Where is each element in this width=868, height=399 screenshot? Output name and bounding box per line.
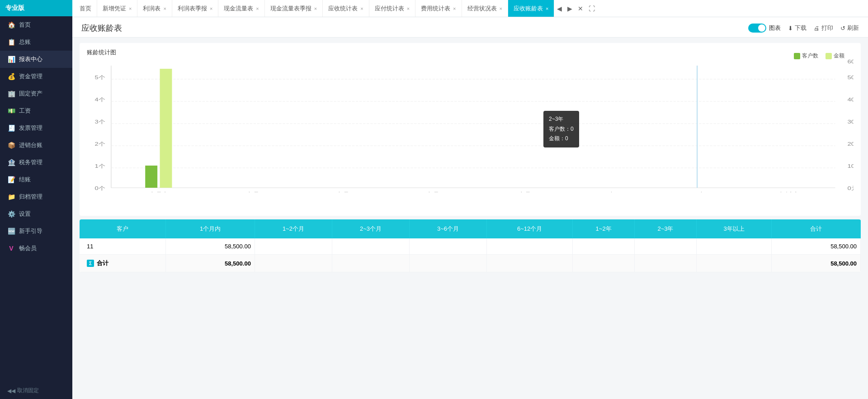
tab-expense-close[interactable]: × [453,6,456,11]
tab-expense[interactable]: 费用统计表 × [415,0,462,17]
svg-text:3个: 3个 [94,119,105,125]
tab-profit-q-close[interactable]: × [210,6,212,11]
chart-toggle-label: 图表 [769,24,781,32]
svg-text:30,000.00元: 30,000.00元 [848,119,854,125]
sidebar-item-settings[interactable]: ⚙️ 设置 [0,205,72,223]
svg-text:50,000.00元: 50,000.00元 [848,75,854,81]
sidebar-label-payroll: 工资 [19,107,31,115]
sidebar-label-settings: 设置 [19,210,31,218]
tab-voucher-close[interactable]: × [129,6,132,11]
print-icon: 🖨 [814,25,820,32]
tab-profit-q-label: 利润表季报 [178,5,207,13]
tab-profit-close[interactable]: × [163,6,166,11]
collapse-sidebar-button[interactable]: ◀◀ 取消固定 [0,382,72,399]
vip-icon: V [7,245,15,252]
td-customer: 11 [80,238,166,255]
tab-ar-age-close[interactable]: × [546,6,548,11]
svg-text:1~2年: 1~2年 [598,191,616,192]
sidebar-item-vip[interactable]: V 畅会员 [0,240,72,257]
app-logo: 专业版 [0,0,72,16]
svg-text:5个: 5个 [94,75,105,81]
table-row: 11 58,500.00 58,500.00 [80,238,861,255]
tab-expense-label: 费用统计表 [421,5,450,13]
refresh-icon: ↺ [840,25,845,32]
sidebar-item-archive[interactable]: 📁 归档管理 [0,188,72,205]
sidebar-label-vip: 畅会员 [19,244,37,252]
tab-voucher[interactable]: 新增凭证 × [97,0,137,17]
chart-area: 账龄统计图 客户数 金额 0个 1个 [80,43,861,216]
td-total-m12 [255,255,332,272]
total-text: 合计 [97,259,108,267]
bar-m1-amount [160,69,172,188]
tab-bar: 首页 新增凭证 × 利润表 × 利润表季报 × 现金流量表 × 现金流量表季报 … [72,0,868,17]
page-title: 应收账龄表 [81,23,122,33]
chart-svg: 0个 1个 2个 3个 4个 5个 0元 10,000.00元 20,000.0… [87,57,854,192]
tab-profit[interactable]: 利润表 × [137,0,172,17]
tax-icon: 🏦 [7,159,15,166]
th-customer: 客户 [80,219,166,238]
refresh-button[interactable]: ↺ 刷新 [840,24,859,32]
sidebar-item-finance[interactable]: 💰 资金管理 [0,68,72,85]
sidebar-label-assets: 固定资产 [19,90,42,98]
th-total: 合计 [772,219,861,238]
tab-ap-stat-close[interactable]: × [407,6,410,11]
th-m1: 1个月内 [166,219,255,238]
tab-cashflow-q-close[interactable]: × [314,6,317,11]
td-m1: 58,500.00 [166,238,255,255]
tab-biz-stat-close[interactable]: × [500,6,502,11]
sidebar-item-payroll[interactable]: 💵 工资 [0,102,72,119]
td-total-label: Σ 合计 [80,255,166,272]
tab-cashflow[interactable]: 现金流量表 × [218,0,264,17]
svg-text:2个: 2个 [94,141,105,147]
tab-home[interactable]: 首页 [74,0,97,17]
td-y3plus [696,238,771,255]
payroll-icon: 💵 [7,107,15,114]
sidebar-item-inventory[interactable]: 📦 进销台账 [0,137,72,154]
sidebar-item-close[interactable]: 📝 结账 [0,171,72,188]
collapse-label: 取消固定 [17,387,39,394]
td-total-y12 [573,255,635,272]
td-total-y3plus [696,255,771,272]
download-icon: ⬇ [788,25,793,32]
tab-ar-age[interactable]: 应收账龄表 × [508,0,554,17]
th-m36: 3~6个月 [410,219,487,238]
tab-ar-stat[interactable]: 应收统计表 × [323,0,369,17]
svg-text:0个: 0个 [94,185,105,191]
tab-nav-next[interactable]: ▶ [565,5,575,12]
svg-text:1~2个月: 1~2个月 [235,191,259,192]
tab-nav-prev[interactable]: ◀ [554,5,565,12]
svg-text:3年以上: 3年以上 [775,191,799,192]
print-button[interactable]: 🖨 打印 [814,24,833,32]
sidebar-item-assets[interactable]: 🏢 固定资产 [0,85,72,102]
content-scroll[interactable]: 账龄统计图 客户数 金额 0个 1个 [72,38,868,399]
sidebar-item-tax[interactable]: 🏦 税务管理 [0,154,72,171]
tab-ap-stat[interactable]: 应付统计表 × [369,0,415,17]
tab-ar-stat-close[interactable]: × [360,6,363,11]
invoice-icon: 🧾 [7,124,15,132]
tab-cashflow-close[interactable]: × [256,6,259,11]
tab-ar-age-label: 应收账龄表 [514,5,543,13]
tab-home-label: 首页 [80,5,91,13]
sidebar-item-reports[interactable]: 📊 报表中心 [0,51,72,68]
sidebar-label-tax: 税务管理 [19,158,42,166]
td-total-sum: 58,500.00 [772,255,861,272]
tab-nav-expand[interactable]: ⛶ [586,5,598,12]
td-m12 [255,238,332,255]
tab-biz-stat[interactable]: 经营状况表 × [462,0,508,17]
settings-icon: ⚙️ [7,210,15,218]
download-label: 下载 [795,24,807,32]
td-m23 [332,238,409,255]
sidebar-item-ledger[interactable]: 📋 总账 [0,33,72,51]
chart-toggle[interactable] [748,24,766,33]
sidebar-item-guide[interactable]: 🆕 新手引导 [0,223,72,240]
tab-profit-q[interactable]: 利润表季报 × [172,0,218,17]
sidebar-label-close: 结账 [19,176,31,184]
download-button[interactable]: ⬇ 下载 [788,24,807,32]
sidebar-item-home[interactable]: 🏠 首页 [0,16,72,33]
sidebar-item-invoice[interactable]: 🧾 发票管理 [0,119,72,137]
tab-nav-close-all[interactable]: ✕ [575,5,586,12]
td-y23 [635,238,697,255]
tab-cashflow-q[interactable]: 现金流量表季报 × [265,0,323,17]
svg-text:3~6个月: 3~6个月 [415,191,439,192]
sidebar: 专业版 🏠 首页 📋 总账 📊 报表中心 💰 资金管理 🏢 固定资产 💵 工资 … [0,0,72,399]
